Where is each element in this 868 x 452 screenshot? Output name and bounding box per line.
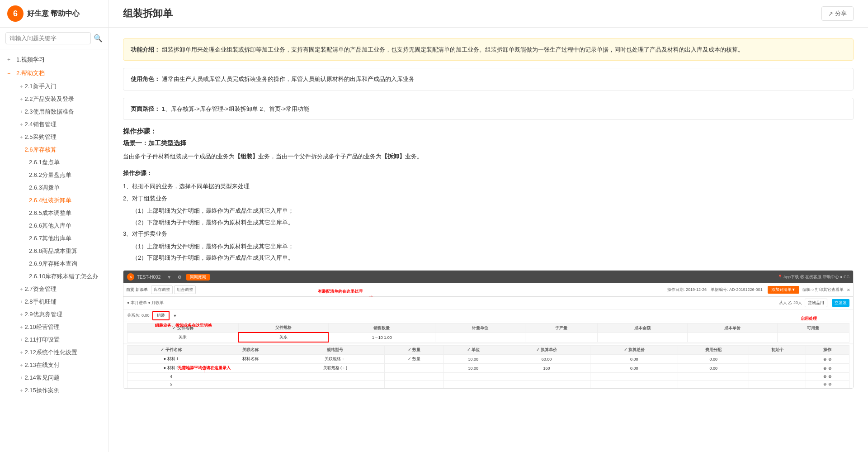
sidebar-item-label-newbie: 2.1新手入门 [24, 82, 56, 90]
arrow-1: → [368, 292, 374, 300]
sidebar-item-label-payment: 2.13在线支付 [24, 361, 59, 369]
intro-text: 组装拆卸单用来处理企业组装或拆卸等加工业务，支持有固定装配清单的产品加工业务，也… [162, 46, 744, 53]
scene1-desc: 当由多个子件材料组装成一个成品的业务为【组装】业务，当由一个父件拆分成多个子产品… [123, 151, 854, 162]
app-logo: 6 [7, 5, 24, 22]
sidebar-item-purchase[interactable]: + 2.5采购管理 [13, 131, 108, 143]
table-row: 关米 关东 1→10 1.00 [127, 333, 849, 342]
sidebar-item-transfer[interactable]: 2.6.3调拨单 [22, 181, 108, 194]
role-label: 使用角色： [131, 76, 160, 82]
expand-icon-finance: + [20, 286, 23, 292]
step-3: 3、对于拆卖业务 [123, 228, 854, 239]
nav-section-header-docs[interactable]: − 2.帮助文档 [0, 67, 108, 80]
sidebar-item-mobile[interactable]: + 2.8手机旺铺 [13, 295, 108, 308]
path-text: 1、库存核算->库存管理->组装拆卸单 2、首页->常用功能 [162, 105, 310, 112]
sidebar-item-label-data-prep: 2.3使用前数据准备 [24, 108, 74, 116]
step-1: 1、根据不同的业务，选择不同单据的类型来处理 [123, 181, 854, 191]
nav-section-video: + 1.视频学习 [0, 53, 108, 67]
sidebar-item-ledger-error[interactable]: 2.6.10库存账本错了怎么办 [22, 270, 108, 283]
content-area: 功能介绍： 组装拆卸单用来处理企业组装或拆卸等加工业务，支持有固定装配清单的产品… [108, 28, 868, 452]
app-topbar: 6 TEST-H002 ▼ ⚙ 同期账期 📍 App下载 ⑱ 在线客服 帮助中心… [123, 271, 853, 283]
sidebar-item-print[interactable]: + 2.11打印设置 [13, 333, 108, 346]
expand-icon-newbie: + [20, 84, 23, 89]
sidebar-item-data-prep[interactable]: + 2.3使用前数据准备 [13, 105, 108, 118]
path-block: 页面路径： 1、库存核算->库存管理->组装拆卸单 2、首页->常用功能 [123, 98, 854, 120]
table-row: 6 ⊕ ⊗ [127, 388, 849, 389]
sidebar-item-label-ops-mgmt: 2.10经营管理 [24, 323, 59, 331]
sidebar-item-label-mobile: 2.8手机旺铺 [24, 298, 56, 306]
sidebar-item-customize[interactable]: + 2.12系统个性化设置 [13, 346, 108, 359]
search-input[interactable] [5, 32, 91, 44]
sidebar-item-label-assembly: 2.6.4组装拆卸单 [29, 196, 71, 205]
sidebar-item-assembly[interactable]: 2.6.4组装拆卸单 [22, 194, 108, 207]
sidebar-item-label-other-in: 2.6.6其他入库单 [29, 222, 71, 230]
sidebar-item-label-sales: 2.4销售管理 [24, 120, 56, 128]
table-row: ● 材料 2 关联规格 (←) 30.00 160 0.00 0.00 [127, 364, 849, 373]
app-sub-header: ● 本月进单 ● 月收单 从人 乙 20人 货物品用 立发发 [123, 297, 853, 309]
annotation-2: 组装业务、拆卸业务在这里切换 [155, 323, 212, 328]
sidebar-item-install[interactable]: + 2.2产品安装及登录 [13, 93, 108, 105]
role-block: 使用角色： 通常由生产人员或库管人员完成拆装业务的操作，库管人员确认原材料的出库… [123, 68, 854, 90]
nav-section-label-video: 1.视频学习 [16, 56, 45, 64]
nav-sub-docs: + 2.1新手入门 + 2.2产品安装及登录 + 2.3使用前数据准备 + 2.… [0, 80, 108, 397]
app-topbar-logo: 6 [127, 273, 134, 281]
intro-block: 功能介绍： 组装拆卸单用来处理企业组装或拆卸等加工业务，支持有固定装配清单的产品… [123, 38, 854, 61]
share-button[interactable]: ↗ 分享 [821, 6, 854, 21]
share-icon: ↗ [828, 10, 833, 17]
expand-icon-customize: + [20, 350, 23, 355]
scene1-title: 场景一：加工类型选择 [123, 139, 854, 147]
step-2: 2、对于组装业务 [123, 193, 854, 204]
nav-section-header-video[interactable]: + 1.视频学习 [0, 53, 108, 67]
sidebar-item-label-print: 2.11打印设置 [24, 336, 59, 344]
sidebar-item-label-stock-ledger: 2.6.9库存账本查询 [29, 260, 77, 268]
sidebar-item-payment[interactable]: + 2.13在线支付 [13, 359, 108, 371]
sidebar-item-finance[interactable]: + 2.7资金管理 [13, 283, 108, 295]
sidebar-item-cases[interactable]: + 2.15操作案例 [13, 384, 108, 397]
sidebar-item-label-coupon: 2.9优惠券管理 [24, 310, 62, 319]
sidebar-item-label-cost-recalc: 2.6.8商品成本重算 [29, 247, 77, 255]
expand-icon-print: + [20, 337, 23, 343]
arrow-4: ↑ [203, 366, 206, 374]
app-menu-bar: 自贡 新添单 库存调整 组合调整 操作日期: 2019-12-26 单据编号: … [123, 283, 853, 297]
sidebar-item-newbie[interactable]: + 2.1新手入门 [13, 80, 108, 93]
steps-list: 1、根据不同的业务，选择不同单据的类型来处理 2、对于组装业务 （1）上部明细为… [123, 181, 854, 263]
sidebar-item-faq[interactable]: + 2.14常见问题 [13, 371, 108, 384]
app-lower-table: ✓ 子件名称 关联名称 规格型号 ✓ 数量 ✓ 单位 ✓ 换算单价 ✓ 换算总价… [123, 344, 853, 388]
sidebar-item-label-purchase: 2.5采购管理 [24, 133, 56, 141]
expand-icon-install: + [20, 96, 23, 102]
role-text: 通常由生产人员或库管人员完成拆装业务的操作，库管人员确认原材料的出库和产成品的入… [162, 76, 415, 82]
sidebar-item-stock-ledger[interactable]: 2.6.9库存账本查询 [22, 257, 108, 270]
search-box: 🔍 [0, 28, 108, 49]
sidebar-item-label-cases: 2.15操作案例 [24, 386, 59, 395]
expand-icon-faq: + [20, 375, 23, 381]
sidebar-item-cost-recalc[interactable]: 2.6.8商品成本重算 [22, 245, 108, 257]
sidebar-item-sales[interactable]: + 2.4销售管理 [13, 118, 108, 131]
sidebar-item-stocktake[interactable]: 2.6.1盘点单 [22, 156, 108, 169]
ops-steps-title: 操作步骤： [123, 169, 854, 177]
sidebar-header: 6 好生意 帮助中心 [0, 0, 108, 28]
search-icon[interactable]: 🔍 [94, 34, 103, 43]
sidebar-item-inventory[interactable]: − 2.6库存核算 [13, 143, 108, 156]
step-2-2: （2）下部明细为子件明细，最终作为原材料生成其它出库单。 [123, 217, 854, 228]
sidebar-item-other-out[interactable]: 2.6.7其他出库单 [22, 232, 108, 245]
step-3-2: （2）下部明细为子件明细，最终作为产成品生成其它入库单。 [123, 252, 854, 263]
sidebar-item-partial-stocktake[interactable]: 2.6.2分量盘点单 [22, 169, 108, 181]
sidebar-item-ops-mgmt[interactable]: + 2.10经营管理 [13, 321, 108, 333]
sidebar-item-cost-adj[interactable]: 2.6.5成本调整单 [22, 207, 108, 219]
app-name: 好生意 帮助中心 [27, 9, 80, 19]
app-upper-table: ✓ 父件名称 父件规格 销售数量 计量单位 子产量 成本金额 成本单价 可用量 [123, 322, 853, 343]
sidebar-item-label-cost-adj: 2.6.5成本调整单 [29, 209, 71, 217]
main-area: 组装拆卸单 ↗ 分享 功能介绍： 组装拆卸单用来处理企业组装或拆卸等加工业务，支… [108, 0, 868, 452]
sidebar-item-coupon[interactable]: + 2.9优惠券管理 [13, 308, 108, 321]
sidebar-item-other-in[interactable]: 2.6.6其他入库单 [22, 219, 108, 232]
sidebar-item-label-install: 2.2产品安装及登录 [24, 95, 74, 103]
sidebar: 6 好生意 帮助中心 🔍 + 1.视频学习 − 2.帮助文档 + 2.1新手入门 [0, 0, 108, 452]
expand-icon-inventory: − [20, 147, 23, 152]
expand-icon-data-prep: + [20, 109, 23, 114]
sidebar-item-label-finance: 2.7资金管理 [24, 285, 56, 293]
expand-icon-sales: + [20, 122, 23, 127]
sidebar-item-label-transfer: 2.6.3调拨单 [29, 184, 60, 192]
operations-title: 操作步骤： [123, 127, 854, 136]
sidebar-item-label-ledger-error: 2.6.10库存账本错了怎么办 [29, 272, 98, 281]
page-title: 组装拆卸单 [123, 7, 173, 20]
expand-icon-mobile: + [20, 299, 23, 305]
